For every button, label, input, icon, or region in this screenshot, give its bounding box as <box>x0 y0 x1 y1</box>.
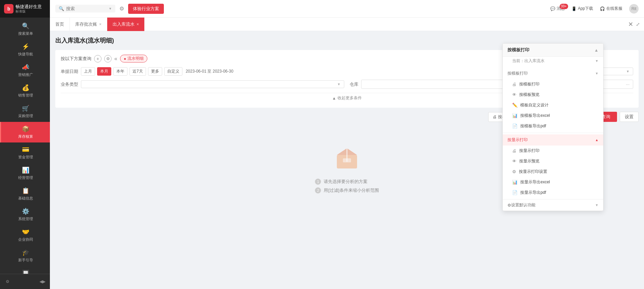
chevron-down-icon: ▼ <box>109 7 112 10</box>
item-label: 模板自定义设计 <box>520 102 549 108</box>
dropdown-title: 按模板打印 <box>507 47 529 53</box>
display-print-settings-item[interactable]: ⚙ 按显示打印设置 <box>503 166 603 177</box>
tab-label: 库存批次账 <box>75 18 97 31</box>
template-export-pdf-item[interactable]: 📄 按模板导出pdf <box>503 121 603 131</box>
item-label: 按显示导出pdf <box>520 190 546 195</box>
excel-icon: 📊 <box>512 113 518 118</box>
tabs-close-all-btn[interactable]: ✕ <box>628 21 633 28</box>
purchase-icon: 🛒 <box>22 105 29 112</box>
chevron-up-icon: ▲ <box>332 96 336 101</box>
enterprise-icon: 🤝 <box>22 228 29 236</box>
item-label: 按模板导出excel <box>520 113 550 119</box>
sidebar-item-operation[interactable]: 📊 经营管理 <box>0 163 50 184</box>
filter-settings-btn[interactable]: ⚙ <box>104 55 112 62</box>
tabs-bar: 首页 库存批次账 × 出入库流水 × ✕ ⤢ <box>50 18 644 31</box>
tab-flow[interactable]: 出入库流水 × <box>107 18 145 31</box>
pdf-icon: 📄 <box>512 190 518 195</box>
date-btn-last-month[interactable]: 上月 <box>81 67 95 76</box>
sidebar-item-guide[interactable]: 🎓 新手引导 <box>0 245 50 266</box>
display-export-excel-item[interactable]: 📊 按显示导出excel <box>503 177 603 187</box>
date-btn-this-month[interactable]: 本月 <box>97 67 111 76</box>
preview-icon: 👁 <box>512 92 517 97</box>
display-print-item[interactable]: 🖨 按显示打印 <box>503 146 603 156</box>
avatar[interactable]: Rit <box>629 4 639 14</box>
template-design-item[interactable]: ✏️ 模板自定义设计 <box>503 100 603 110</box>
app-download-btn[interactable]: 📱 App下载 <box>572 6 593 11</box>
display-section-header[interactable]: 按显示打印 ▲ <box>503 134 603 146</box>
filter-collapse-btn[interactable]: « <box>114 56 117 62</box>
sidebar-item-sales[interactable]: 💰 销售管理 <box>0 81 50 101</box>
date-btn-7days[interactable]: 近7天 <box>129 67 146 76</box>
template-export-excel-item[interactable]: 📊 按模板导出excel <box>503 110 603 121</box>
search-icon: 🔍 <box>59 6 64 11</box>
sidebar-item-label: 搜索菜单 <box>18 31 33 36</box>
tab-close-btn[interactable]: × <box>137 22 139 26</box>
topbar: 🔍 ▼ ⚙ 体验行业方案 💬 消息 99+ 📱 App下载 🎧 在线客服 Rit <box>50 0 644 18</box>
display-preview-item[interactable]: 👁 按显示预览 <box>503 156 603 166</box>
dropdown-close-icon[interactable]: ▲ <box>594 48 598 53</box>
sidebar-item-label: 营销推广 <box>18 72 33 77</box>
sidebar-item-basic[interactable]: 📋 基础信息 <box>0 184 50 204</box>
business-type-select[interactable]: ▼ <box>81 80 344 88</box>
current-template-label: 当前：出入库流水 <box>512 58 545 64</box>
settings-bottom-icon[interactable]: ⚙ <box>4 278 11 285</box>
sales-icon: 💰 <box>22 84 29 91</box>
sidebar-item-enterprise[interactable]: 🤝 企业协同 <box>0 225 50 245</box>
sidebar-item-label: 系统管理 <box>18 216 33 221</box>
sidebar-item-marketing[interactable]: 📣 营销推广 <box>0 60 50 81</box>
tab-close-btn[interactable]: × <box>99 22 101 26</box>
search-input[interactable] <box>66 6 107 11</box>
display-export-pdf-item[interactable]: 📄 按显示导出pdf <box>503 187 603 198</box>
date-btn-this-year[interactable]: 本年 <box>113 67 127 76</box>
empty-step2-text: 用[过滤]条件来缩小分析范围 <box>324 186 379 195</box>
basic-icon: 📋 <box>22 187 29 194</box>
sidebar-item-inventory[interactable]: 📦 库存核算 <box>0 122 50 142</box>
app-title: 畅捷通好生意 <box>16 4 42 9</box>
page-content: 出入库流水(流水明细) 按以下方案查询 + ⚙ « ● 流水明细 单据日期 上月 <box>50 31 644 289</box>
dropdown-current: 当前：出入库流水 ▼ <box>503 57 603 67</box>
footer-icon: ⚙ <box>507 203 511 208</box>
sidebar-item-apps[interactable]: 🔲 应用中心 <box>0 266 50 274</box>
excel-icon: 📊 <box>512 180 518 185</box>
filter-add-btn[interactable]: + <box>94 55 101 62</box>
sidebar-item-label: 经营管理 <box>18 175 33 180</box>
filter-tag[interactable]: ● 流水明细 <box>120 55 147 62</box>
sidebar-nav: 🔍 搜索菜单 ⚡ 快捷导航 📣 营销推广 💰 销售管理 🛒 采购管理 📦 库存核… <box>0 18 50 274</box>
tabs-expand-btn[interactable]: ⤢ <box>636 22 640 27</box>
online-service-btn[interactable]: 🎧 在线客服 <box>600 6 622 11</box>
warehouse-label: 仓库 <box>350 81 358 87</box>
settings-btn[interactable]: 设置 <box>620 112 639 122</box>
finance-icon: 💳 <box>22 146 29 153</box>
tag-icon: ● <box>124 56 126 61</box>
tag-label: 流水明细 <box>127 56 144 61</box>
sidebar-item-shortcut[interactable]: ⚡ 快捷导航 <box>0 40 50 60</box>
date-btn-more[interactable]: 更多 <box>148 67 162 76</box>
app-download-label: App下载 <box>578 6 593 11</box>
sidebar-item-label: 库存核算 <box>18 134 33 139</box>
sidebar-item-search[interactable]: 🔍 搜索菜单 <box>0 19 50 40</box>
sidebar-item-finance[interactable]: 💳 资金管理 <box>0 142 50 163</box>
tab-home[interactable]: 首页 <box>50 18 70 31</box>
date-btn-custom[interactable]: 自定义 <box>164 67 182 76</box>
dropdown-footer[interactable]: ⚙ 设置默认功能 ▼ <box>503 200 603 211</box>
tab-label: 首页 <box>55 18 64 31</box>
tab-batch[interactable]: 库存批次账 × <box>70 18 107 31</box>
template-preview-item[interactable]: 👁 按模板预览 <box>503 89 603 100</box>
empty-step-1: 1 请先选择要分析的方案 <box>315 177 379 186</box>
sidebar-item-system[interactable]: ⚙️ 系统管理 <box>0 204 50 225</box>
collapse-sidebar-btn[interactable]: ◀▶ <box>39 278 46 285</box>
item-label: 按显示打印设置 <box>519 169 547 175</box>
template-section-header[interactable]: 按模板打印 ▼ <box>503 68 603 79</box>
chevron-down-icon: ▼ <box>337 82 341 86</box>
collapse-label: 收起更多条件 <box>338 95 362 101</box>
template-print-item[interactable]: 🖨 按模板打印 <box>503 79 603 89</box>
industry-btn[interactable]: 体验行业方案 <box>128 4 164 14</box>
sidebar-item-purchase[interactable]: 🛒 采购管理 <box>0 101 50 122</box>
gear-icon[interactable]: ⚙ <box>119 5 124 12</box>
topbar-search[interactable]: 🔍 ▼ <box>55 5 115 12</box>
empty-steps: 1 请先选择要分析的方案 2 用[过滤]条件来缩小分析范围 <box>315 177 379 195</box>
business-type-label: 业务类型 <box>61 81 78 87</box>
message-icon: 💬 <box>550 6 555 11</box>
message-btn[interactable]: 💬 消息 99+ <box>550 6 565 11</box>
main-area: 🔍 ▼ ⚙ 体验行业方案 💬 消息 99+ 📱 App下载 🎧 在线客服 Rit <box>50 0 644 289</box>
